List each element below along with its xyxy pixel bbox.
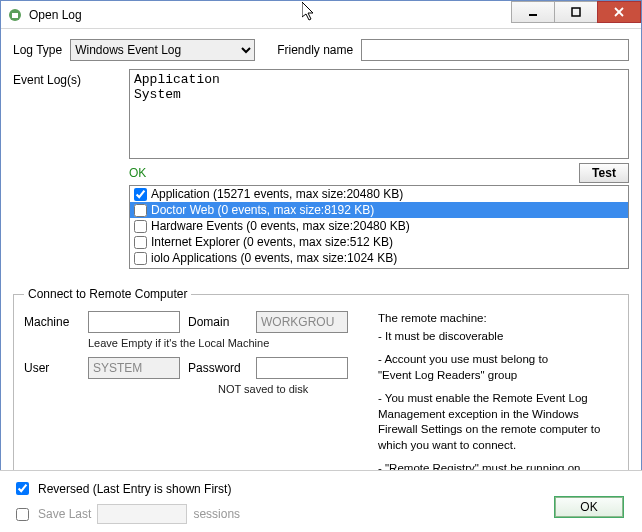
friendly-label: Friendly name	[277, 43, 353, 57]
remote-legend: Connect to Remote Computer	[24, 287, 191, 301]
test-button[interactable]: Test	[579, 163, 629, 183]
app-icon	[7, 7, 23, 23]
savelast-checkbox[interactable]	[16, 508, 29, 521]
log-list-item[interactable]: Doctor Web (0 events, max size:8192 KB)	[130, 202, 628, 218]
remote-info-2: - Account you use must belong to "Event …	[378, 352, 618, 383]
user-input[interactable]	[88, 357, 180, 379]
log-item-checkbox[interactable]	[134, 220, 147, 233]
reversed-label[interactable]: Reversed (Last Entry is shown First)	[38, 482, 231, 496]
eventlogs-label: Event Log(s)	[13, 69, 121, 87]
log-list-item[interactable]: Hardware Events (0 events, max size:2048…	[130, 218, 628, 234]
log-item-checkbox[interactable]	[134, 204, 147, 217]
remote-info-3: - You must enable the Remote Event Log M…	[378, 391, 618, 453]
maximize-button[interactable]	[554, 1, 598, 23]
domain-label: Domain	[188, 315, 248, 329]
domain-input[interactable]	[256, 311, 348, 333]
log-list[interactable]: Application (15271 events, max size:2048…	[129, 185, 629, 269]
log-list-item[interactable]: Internet Explorer (0 events, max size:51…	[130, 234, 628, 250]
machine-input[interactable]	[88, 311, 180, 333]
titlebar: Open Log	[1, 1, 641, 29]
machine-label: Machine	[24, 315, 80, 329]
bottom-bar: Reversed (Last Entry is shown First) Sav…	[0, 470, 642, 532]
sessions-label: sessions	[193, 507, 240, 521]
status-ok: OK	[129, 166, 579, 180]
svg-rect-1	[12, 13, 18, 18]
log-item-checkbox[interactable]	[134, 236, 147, 249]
logtype-select[interactable]: Windows Event Log	[70, 39, 255, 61]
log-item-checkbox[interactable]	[134, 188, 147, 201]
log-item-label: Doctor Web (0 events, max size:8192 KB)	[151, 203, 374, 217]
svg-rect-3	[572, 8, 580, 16]
savelast-label[interactable]: Save Last	[38, 507, 91, 521]
close-button[interactable]	[597, 1, 641, 23]
reversed-checkbox[interactable]	[16, 482, 29, 495]
sessions-input[interactable]	[97, 504, 187, 524]
logtype-label: Log Type	[13, 43, 62, 57]
password-label: Password	[188, 361, 248, 375]
ok-button[interactable]: OK	[554, 496, 624, 518]
password-input[interactable]	[256, 357, 348, 379]
remote-info-1: - It must be discoverable	[378, 329, 618, 345]
log-list-item[interactable]: Application (15271 events, max size:2048…	[130, 186, 628, 202]
friendly-input[interactable]	[361, 39, 629, 61]
machine-hint: Leave Empty if it's the Local Machine	[88, 337, 364, 349]
log-list-item[interactable]: iolo Applications (0 events, max size:10…	[130, 250, 628, 266]
password-hint: NOT saved to disk	[218, 383, 364, 395]
svg-rect-2	[529, 14, 537, 16]
remote-info-heading: The remote machine:	[378, 311, 618, 327]
log-item-checkbox[interactable]	[134, 252, 147, 265]
minimize-button[interactable]	[511, 1, 555, 23]
log-item-label: Internet Explorer (0 events, max size:51…	[151, 235, 393, 249]
log-item-label: iolo Applications (0 events, max size:10…	[151, 251, 397, 265]
user-label: User	[24, 361, 80, 375]
eventlogs-textarea[interactable]: Application System	[129, 69, 629, 159]
log-item-label: Application (15271 events, max size:2048…	[151, 187, 403, 201]
window-buttons	[512, 1, 641, 28]
log-item-label: Hardware Events (0 events, max size:2048…	[151, 219, 410, 233]
window-title: Open Log	[29, 8, 512, 22]
